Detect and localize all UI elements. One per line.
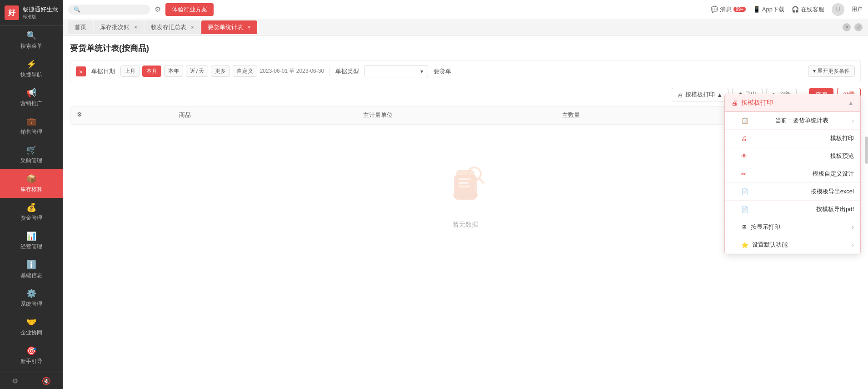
- filter-bar: » 单据日期 上月 本月 本年 近7天 更多 自定义 2023-06-01 至 …: [70, 60, 861, 82]
- svg-rect-2: [456, 170, 474, 193]
- table-col-gear[interactable]: ⚙: [70, 106, 89, 124]
- display-print-section[interactable]: 🖥 按显示打印 ›: [725, 218, 860, 236]
- settings-footer-button[interactable]: ⚙: [12, 377, 18, 385]
- template-design-item[interactable]: ✏ 模板自定义设计: [725, 165, 860, 183]
- sidebar-item-enterprise[interactable]: 🤝 企业协同: [0, 313, 63, 341]
- print-dropdown-panel: 🖨 按模板打印 ▲ 📋 当前：要货单统计表 › 🖨 模板打印 👁 模板预览: [724, 94, 861, 254]
- print-dropdown-collapse-icon[interactable]: ▲: [848, 99, 854, 106]
- dropdown-arrow-icon: ▾: [420, 68, 423, 75]
- date-this-month[interactable]: 本月: [142, 66, 161, 77]
- print-dropdown-title: 🖨 按模板打印: [731, 99, 773, 107]
- messages-button[interactable]: 💬 消息 99+: [711, 5, 746, 14]
- window-controls: ✕ ⤢: [843, 23, 863, 31]
- print-icon: 🖨: [678, 91, 683, 98]
- display-print-arrow-icon: ›: [852, 223, 854, 231]
- sidebar-item-search[interactable]: 🔍 搜索菜单: [0, 26, 63, 55]
- tab-receivables[interactable]: 收发存汇总表 ×: [145, 20, 200, 34]
- tab-inventory-batch[interactable]: 库存批次账 ×: [94, 20, 144, 34]
- app-download-button[interactable]: 📱 App下载: [753, 5, 784, 14]
- search-topbar-icon: 🔍: [74, 6, 80, 13]
- page-title: 要货单统计表(按商品): [70, 43, 861, 54]
- app-logo-icon: 好: [5, 5, 19, 20]
- table-col-product: 商品: [89, 106, 282, 124]
- svg-line-7: [479, 178, 484, 183]
- type-filter-label: 单据类型: [335, 67, 359, 76]
- sales-icon: 💼: [26, 116, 36, 126]
- online-service-button[interactable]: 🎧 在线客服: [792, 5, 824, 14]
- default-func-arrow-icon: ›: [852, 241, 854, 248]
- template-print-item[interactable]: 🖨 模板打印: [725, 130, 860, 147]
- sidebar-item-inventory[interactable]: 📦 库存核算: [0, 169, 63, 198]
- print-dropdown-arrow-icon: ▲: [717, 91, 723, 98]
- date-custom[interactable]: 自定义: [233, 66, 257, 77]
- table-col-unit: 主计量单位: [282, 106, 475, 124]
- default-func-icon: ⭐: [741, 242, 748, 248]
- basic-icon: ℹ️: [26, 260, 36, 270]
- sidebar-item-sales[interactable]: 💼 销售管理: [0, 112, 63, 141]
- sidebar-item-purchase[interactable]: 🛒 采购管理: [0, 141, 63, 169]
- enterprise-icon: 🤝: [26, 317, 36, 327]
- print-panel-icon: 🖨: [731, 99, 738, 106]
- expand-more-btn[interactable]: ▾ 展开更多条件: [808, 66, 855, 77]
- quick-nav-icon: ⚡: [26, 59, 36, 69]
- sidebar: 好 畅捷通好生意 标准版 🔍 搜索菜单 ⚡ 快捷导航 📢 营销推广 💼 销售管理…: [0, 0, 63, 389]
- export-excel-item[interactable]: 📄 按模板导出excel: [725, 183, 860, 201]
- filter-expand-icon[interactable]: »: [76, 66, 86, 76]
- scrollbar-handle[interactable]: [865, 136, 868, 164]
- tab-order-stats[interactable]: 要货单统计表 ×: [201, 20, 257, 34]
- download-icon: 📱: [753, 6, 760, 13]
- sidebar-nav: 🔍 搜索菜单 ⚡ 快捷导航 📢 营销推广 💼 销售管理 🛒 采购管理 📦 库存核…: [0, 26, 63, 373]
- app-name: 畅捷通好生意 标准版: [23, 6, 58, 20]
- export-excel-icon: 📄: [741, 188, 748, 195]
- default-func-section[interactable]: ⭐ 设置默认功能 ›: [725, 236, 860, 254]
- sidebar-item-newbie[interactable]: 🎯 新手引导: [0, 341, 63, 370]
- type-dropdown[interactable]: ▾: [364, 65, 428, 77]
- date-filter-label: 单据日期: [91, 67, 115, 76]
- sidebar-footer: ⚙ 🔇: [0, 373, 63, 389]
- date-this-year[interactable]: 本年: [164, 66, 183, 77]
- sidebar-item-operations[interactable]: 📊 经营管理: [0, 227, 63, 255]
- trial-button[interactable]: 体验行业方案: [165, 3, 214, 16]
- page-area: 要货单统计表(按商品) » 单据日期 上月 本月 本年 近7天 更多 自定义 2…: [63, 35, 868, 389]
- newbie-icon: 🎯: [26, 346, 36, 356]
- main-content: 🔍 ⚙ 体验行业方案 💬 消息 99+ 📱 App下载 🎧 在线客服 U 用户: [63, 0, 868, 389]
- audio-footer-button[interactable]: 🔇: [42, 377, 51, 385]
- username-label: 用户: [852, 5, 863, 13]
- tab-bar: 首页 库存批次账 × 收发存汇总表 × 要货单统计表 × ✕ ⤢: [63, 19, 868, 35]
- marketing-icon: 📢: [26, 88, 36, 98]
- sidebar-item-marketing[interactable]: 📢 营销推广: [0, 83, 63, 112]
- topbar-gear-icon[interactable]: ⚙: [155, 5, 161, 14]
- current-template-icon: 📋: [741, 117, 748, 124]
- sidebar-logo: 好 畅捷通好生意 标准版: [0, 0, 63, 26]
- topbar-search-box[interactable]: 🔍: [68, 5, 150, 15]
- topbar: 🔍 ⚙ 体验行业方案 💬 消息 99+ 📱 App下载 🎧 在线客服 U 用户: [63, 0, 868, 19]
- close-tab-receivables[interactable]: ×: [191, 24, 194, 30]
- search-nav-icon: 🔍: [26, 30, 36, 40]
- filter-row-1: » 单据日期 上月 本月 本年 近7天 更多 自定义 2023-06-01 至 …: [76, 65, 855, 77]
- close-tab-order-stats[interactable]: ×: [248, 24, 251, 30]
- sidebar-item-basic[interactable]: ℹ️ 基础信息: [0, 255, 63, 284]
- close-tab-inventory-batch[interactable]: ×: [134, 24, 137, 30]
- export-pdf-item[interactable]: 📄 按模板导出pdf: [725, 201, 860, 218]
- maximize-window-button[interactable]: ⤢: [854, 23, 863, 31]
- operations-icon: 📊: [26, 231, 36, 241]
- svg-rect-5: [459, 186, 470, 187]
- svg-rect-4: [459, 182, 469, 184]
- service-icon: 🎧: [792, 6, 799, 13]
- system-icon: ⚙️: [26, 288, 36, 298]
- date-last-month[interactable]: 上月: [120, 66, 140, 77]
- template-preview-item[interactable]: 👁 模板预览: [725, 147, 860, 165]
- user-avatar[interactable]: U: [832, 3, 844, 16]
- template-design-icon: ✏: [741, 171, 746, 177]
- export-pdf-icon: 📄: [741, 206, 748, 213]
- current-template-item[interactable]: 📋 当前：要货单统计表 ›: [725, 112, 860, 130]
- sidebar-item-quick-nav[interactable]: ⚡ 快捷导航: [0, 55, 63, 83]
- sidebar-item-finance[interactable]: 💰 资金管理: [0, 198, 63, 227]
- date-7days[interactable]: 近7天: [186, 66, 208, 77]
- tab-home[interactable]: 首页: [68, 20, 93, 34]
- close-window-button[interactable]: ✕: [843, 23, 851, 31]
- date-more[interactable]: 更多: [211, 66, 230, 77]
- finance-icon: 💰: [26, 202, 36, 212]
- print-button[interactable]: 🖨 按模板打印 ▲: [672, 88, 728, 101]
- sidebar-item-system[interactable]: ⚙️ 系统管理: [0, 284, 63, 313]
